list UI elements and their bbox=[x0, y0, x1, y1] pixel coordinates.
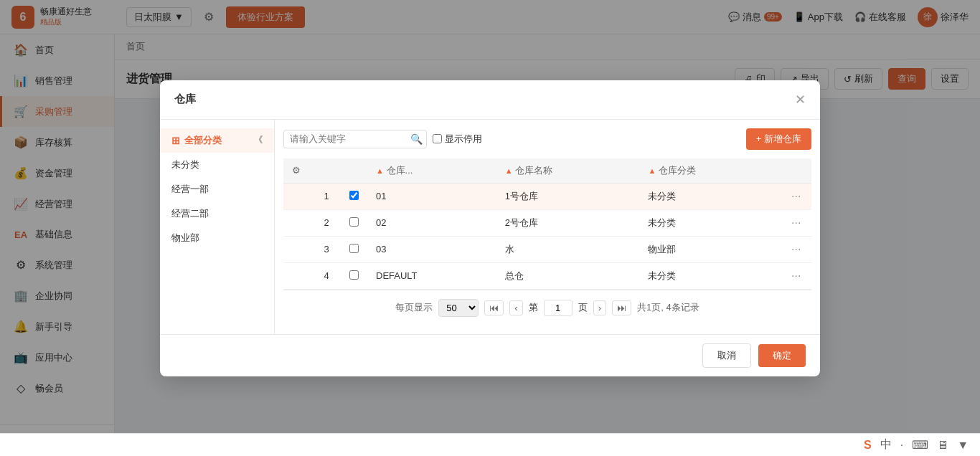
cell-settings bbox=[283, 236, 312, 262]
pagination-bar: 每页显示 50 100 200 ⏮ ‹ 第 页 › ⏭ 共1页, 4条记录 bbox=[283, 290, 811, 326]
cancel-button[interactable]: 取消 bbox=[702, 343, 751, 368]
cell-category: 未分类 bbox=[639, 183, 783, 209]
cell-index: 3 bbox=[312, 236, 341, 262]
cell-check[interactable] bbox=[341, 183, 367, 209]
th-index bbox=[312, 158, 341, 184]
cell-check[interactable] bbox=[341, 209, 367, 236]
search-input[interactable] bbox=[290, 133, 410, 144]
cell-category: 物业部 bbox=[639, 236, 783, 262]
cell-check[interactable] bbox=[341, 262, 367, 289]
table-body: 1 01 1号仓库 未分类 ··· 2 02 2号仓库 未分类 ··· 3 03… bbox=[283, 183, 811, 289]
table-row[interactable]: 4 DEFAULT 总仓 未分类 ··· bbox=[283, 262, 811, 289]
next-page-btn[interactable]: › bbox=[593, 300, 606, 315]
cell-name: 水 bbox=[496, 236, 640, 262]
th-category[interactable]: ▲ 仓库分类 bbox=[639, 158, 783, 184]
warehouse-dialog: 仓库 ✕ ⊞ 全部分类 《 未分类 经营一部 经营二部 物业部 bbox=[160, 80, 820, 376]
triangle-icon[interactable]: ▼ bbox=[957, 439, 969, 452]
th-name-label: 仓库名称 bbox=[515, 165, 552, 176]
row-actions-icon[interactable]: ··· bbox=[791, 270, 801, 282]
dialog-body: ⊞ 全部分类 《 未分类 经营一部 经营二部 物业部 🔍 bbox=[160, 120, 820, 334]
add-warehouse-button[interactable]: + 新增仓库 bbox=[746, 128, 811, 150]
table-container: ⚙ ▲ 仓库... ▲ 仓库名称 bbox=[283, 158, 811, 290]
cell-code: 02 bbox=[367, 209, 496, 236]
page-num-label: 第 bbox=[529, 301, 538, 314]
cell-name: 2号仓库 bbox=[496, 209, 640, 236]
row-actions-icon[interactable]: ··· bbox=[791, 190, 801, 202]
page-input[interactable] bbox=[544, 300, 573, 316]
dialog-footer: 取消 确定 bbox=[160, 334, 820, 376]
cell-index: 1 bbox=[312, 183, 341, 209]
cell-name: 1号仓库 bbox=[496, 183, 640, 209]
dialog-overlay: 仓库 ✕ ⊞ 全部分类 《 未分类 经营一部 经营二部 物业部 bbox=[0, 0, 980, 456]
bottom-bar: S 中 · ⌨ 🖥 ▼ bbox=[0, 433, 980, 456]
dialog-header: 仓库 ✕ bbox=[160, 80, 820, 120]
dialog-title: 仓库 bbox=[174, 92, 196, 106]
th-category-label: 仓库分类 bbox=[659, 165, 696, 176]
th-settings[interactable]: ⚙ bbox=[283, 158, 312, 184]
cell-actions[interactable]: ··· bbox=[783, 209, 811, 236]
cell-category: 未分类 bbox=[639, 262, 783, 289]
th-actions bbox=[783, 158, 811, 184]
cell-actions[interactable]: ··· bbox=[783, 262, 811, 289]
cell-settings bbox=[283, 183, 312, 209]
row-actions-icon[interactable]: ··· bbox=[791, 243, 801, 255]
category-item-property[interactable]: 物业部 bbox=[160, 226, 274, 250]
first-page-btn[interactable]: ⏮ bbox=[484, 300, 504, 315]
th-check bbox=[341, 158, 367, 184]
th-code[interactable]: ▲ 仓库... bbox=[367, 158, 496, 184]
all-categories-label: 全部分类 bbox=[184, 134, 222, 147]
close-icon[interactable]: ✕ bbox=[795, 92, 806, 108]
cell-code: DEFAULT bbox=[367, 262, 496, 289]
left-panel: ⊞ 全部分类 《 未分类 经营一部 经营二部 物业部 bbox=[160, 120, 275, 334]
sort-code-icon: ▲ bbox=[376, 166, 384, 175]
cell-index: 2 bbox=[312, 209, 341, 236]
sort-name-icon: ▲ bbox=[505, 166, 513, 175]
dot-icon: · bbox=[900, 439, 903, 452]
table-row[interactable]: 2 02 2号仓库 未分类 ··· bbox=[283, 209, 811, 236]
cell-check[interactable] bbox=[341, 236, 367, 262]
confirm-button[interactable]: 确定 bbox=[758, 344, 806, 367]
th-name[interactable]: ▲ 仓库名称 bbox=[496, 158, 640, 184]
table-header: ⚙ ▲ 仓库... ▲ 仓库名称 bbox=[283, 158, 811, 184]
show-disabled-checkbox-label[interactable]: 显示停用 bbox=[433, 133, 482, 146]
per-page-select[interactable]: 50 100 200 bbox=[438, 299, 479, 317]
sort-cat-icon: ▲ bbox=[648, 166, 656, 175]
cell-code: 01 bbox=[367, 183, 496, 209]
chinese-icon[interactable]: 中 bbox=[880, 437, 892, 452]
per-page-label: 每页显示 bbox=[395, 301, 433, 314]
keyboard-icon[interactable]: ⌨ bbox=[912, 438, 928, 452]
th-code-label: 仓库... bbox=[387, 165, 413, 176]
cell-settings bbox=[283, 209, 312, 236]
cell-index: 4 bbox=[312, 262, 341, 289]
ime-icon[interactable]: S bbox=[864, 439, 872, 452]
cell-settings bbox=[283, 262, 312, 289]
last-page-btn[interactable]: ⏭ bbox=[612, 300, 631, 315]
row-actions-icon[interactable]: ··· bbox=[791, 217, 801, 229]
grid-icon: ⊞ bbox=[171, 135, 180, 146]
page-total: 共1页, 4条记录 bbox=[637, 301, 699, 314]
show-disabled-label: 显示停用 bbox=[445, 133, 482, 146]
cell-category: 未分类 bbox=[639, 209, 783, 236]
table-row[interactable]: 3 03 水 物业部 ··· bbox=[283, 236, 811, 262]
cell-actions[interactable]: ··· bbox=[783, 183, 811, 209]
right-toolbar: 🔍 显示停用 + 新增仓库 bbox=[283, 128, 811, 150]
category-item-unclassified[interactable]: 未分类 bbox=[160, 153, 274, 177]
search-input-wrap: 🔍 bbox=[283, 130, 427, 148]
category-item-ops2[interactable]: 经营二部 bbox=[160, 201, 274, 226]
cell-code: 03 bbox=[367, 236, 496, 262]
category-item-ops1[interactable]: 经营一部 bbox=[160, 177, 274, 201]
prev-page-btn[interactable]: ‹ bbox=[509, 300, 522, 315]
screen-icon[interactable]: 🖥 bbox=[937, 439, 948, 452]
table-row[interactable]: 1 01 1号仓库 未分类 ··· bbox=[283, 183, 811, 209]
cell-actions[interactable]: ··· bbox=[783, 236, 811, 262]
right-panel: 🔍 显示停用 + 新增仓库 ⚙ bbox=[275, 120, 820, 334]
cell-name: 总仓 bbox=[496, 262, 640, 289]
page-label: 页 bbox=[578, 301, 588, 314]
all-categories[interactable]: ⊞ 全部分类 《 bbox=[160, 128, 274, 153]
warehouse-table: ⚙ ▲ 仓库... ▲ 仓库名称 bbox=[283, 158, 811, 290]
search-icon[interactable]: 🔍 bbox=[410, 133, 423, 145]
show-disabled-checkbox[interactable] bbox=[433, 134, 442, 143]
left-collapse-icon[interactable]: 《 bbox=[254, 134, 263, 146]
